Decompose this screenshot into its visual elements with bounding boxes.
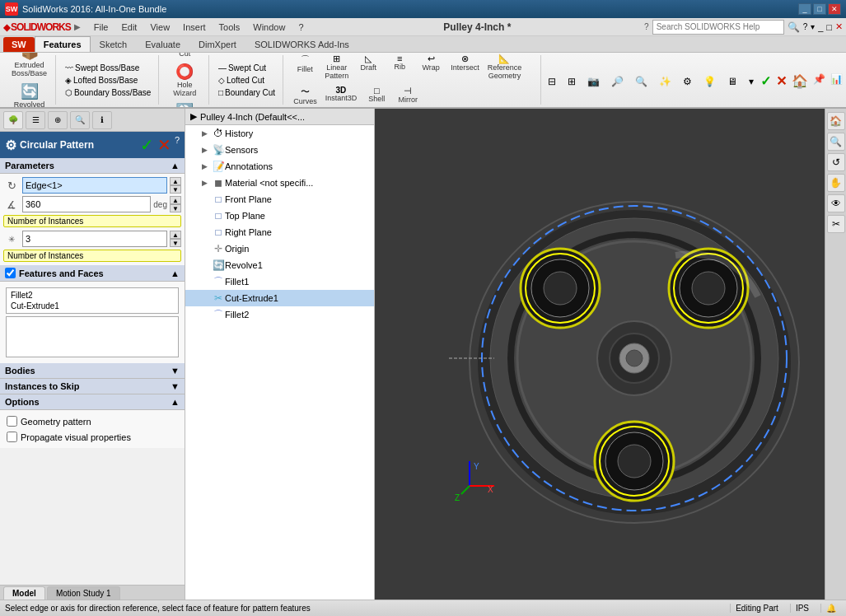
menu-window[interactable]: Window <box>246 21 292 34</box>
win-close-icon[interactable]: ✕ <box>835 21 843 32</box>
cp-help-button[interactable]: ? <box>175 135 180 155</box>
rp-display-icon[interactable]: 👁 <box>827 194 845 212</box>
degree-spin-down[interactable]: ▼ <box>170 204 181 212</box>
tree-item-top-plane[interactable]: □ Top Plane <box>185 208 374 224</box>
rib-button[interactable]: ≡Rib <box>385 53 414 82</box>
rp-pan-icon[interactable]: ✋ <box>827 174 845 192</box>
feat-tab-list[interactable]: ☰ <box>26 111 45 129</box>
revolved-boss-button[interactable]: 🔄 RevolvedBoss/Base <box>8 80 50 109</box>
instances-skip-header[interactable]: Instances to Skip ▼ <box>0 379 185 394</box>
help-icon[interactable]: ? <box>803 22 808 31</box>
fillet-button[interactable]: ⌒Fillet <box>290 53 320 82</box>
lofted-boss-button[interactable]: ◈ Lofted Boss/Base <box>63 75 153 86</box>
tab-solidworks[interactable]: SW <box>3 37 35 52</box>
options-icon[interactable]: ▾ <box>811 22 815 31</box>
degree-input[interactable] <box>22 196 151 212</box>
tab-evaluate[interactable]: Evaluate <box>136 36 189 52</box>
rp-section-icon[interactable]: ✂ <box>827 215 845 233</box>
tab-addins[interactable]: SOLIDWORKS Add-Ins <box>245 36 358 52</box>
x-icon[interactable]: ✕ <box>776 73 787 89</box>
tree-item-right-plane[interactable]: □ Right Plane <box>185 224 374 240</box>
cp-cancel-button[interactable]: ✕ <box>157 135 171 155</box>
menu-help[interactable]: ? <box>292 21 310 34</box>
linear-pattern-button[interactable]: ⊞LinearPattern <box>321 53 352 82</box>
tab-motion-study[interactable]: Motion Study 1 <box>47 586 120 600</box>
notification-icon[interactable]: 🔔 <box>820 604 841 613</box>
feat-tab-search[interactable]: 🔍 <box>70 111 90 129</box>
tree-item-material[interactable]: ▶ ◼ Material <not specifi... <box>185 175 374 191</box>
extruded-boss-button[interactable]: 📦 ExtrudedBoss/Base <box>8 53 50 80</box>
instant3d-button[interactable]: 3DInstant3D <box>322 84 361 108</box>
intersect-button[interactable]: ⊗Intersect <box>447 53 483 82</box>
instances-input[interactable] <box>22 231 167 247</box>
view-btn-9[interactable]: 🖥 <box>722 73 742 90</box>
tree-item-origin[interactable]: ✛ Origin <box>185 240 374 257</box>
tab-model[interactable]: Model <box>3 586 45 600</box>
view-btn-7[interactable]: ⚙ <box>678 73 697 90</box>
win-restore-icon[interactable]: □ <box>826 22 832 32</box>
propagate-visual-checkbox[interactable] <box>7 432 17 442</box>
edge-spin-up[interactable]: ▲ <box>170 177 181 185</box>
minimize-button[interactable]: _ <box>798 3 811 15</box>
viewport[interactable]: Y X Z 🏠 🔍 ↺ ✋ 👁 ✂ <box>375 109 846 600</box>
cp-ok-button[interactable]: ✓ <box>140 135 154 155</box>
boundary-cut-button[interactable]: □ Boundary Cut <box>216 87 278 98</box>
tree-item-cut-extrude1[interactable]: ✂ Cut-Extrude1 <box>185 290 374 306</box>
feature-list-item-cut-extrude1[interactable]: Cut-Extrude1 <box>8 301 176 311</box>
degree-spin-up[interactable]: ▲ <box>170 196 181 204</box>
feat-tab-tree[interactable]: 🌳 <box>3 111 23 129</box>
view-btn-4[interactable]: 🔎 <box>606 73 629 90</box>
revolved-cut-button[interactable]: 🔃 RevolvedCut <box>166 100 203 109</box>
parameters-section-header[interactable]: Parameters ▲ <box>0 158 185 174</box>
menu-file[interactable]: File <box>87 21 115 34</box>
panel-icon-1[interactable]: 🏠 <box>792 73 808 89</box>
menu-view[interactable]: View <box>143 21 176 34</box>
view-btn-6[interactable]: ✨ <box>654 73 676 90</box>
tab-dimxpert[interactable]: DimXpert <box>189 36 245 52</box>
extruded-cut-button[interactable]: ✂ ExtrudedCut <box>166 53 203 60</box>
feature-list-item-fillet2[interactable]: Fillet2 <box>8 290 176 301</box>
options-section-header[interactable]: Options ▲ <box>0 394 185 410</box>
curves-button[interactable]: 〜Curves <box>290 84 320 108</box>
draft-button[interactable]: ◺Draft <box>353 53 383 82</box>
instances-spin-down[interactable]: ▼ <box>170 239 181 247</box>
boundary-boss-button[interactable]: ⬡ Boundary Boss/Base <box>63 87 153 98</box>
geometry-pattern-checkbox[interactable] <box>7 416 17 427</box>
reference-geometry-button[interactable]: 📐ReferenceGeometry <box>484 53 526 82</box>
view-btn-1[interactable]: ⊟ <box>543 73 561 90</box>
menu-insert[interactable]: Insert <box>176 21 213 34</box>
instances-spin-up[interactable]: ▲ <box>170 231 181 239</box>
edge-input[interactable] <box>22 177 167 194</box>
features-faces-header[interactable]: Features and Faces ▲ <box>0 265 185 282</box>
title-bar-controls[interactable]: _ □ ✕ <box>798 3 841 15</box>
swept-boss-button[interactable]: 〰 Swept Boss/Base <box>63 63 153 73</box>
rp-zoom-icon[interactable]: 🔍 <box>827 133 845 151</box>
panel-icon-3[interactable]: 📊 <box>830 73 843 85</box>
close-button[interactable]: ✕ <box>828 3 841 15</box>
feat-tab-info[interactable]: ℹ <box>92 111 112 129</box>
bodies-section-header[interactable]: Bodies ▼ <box>0 363 185 379</box>
tree-item-fillet1[interactable]: ⌒ Fillet1 <box>185 273 374 290</box>
search-input[interactable] <box>652 20 784 35</box>
mirror-button[interactable]: ⊣Mirror <box>393 84 423 108</box>
wrap-button[interactable]: ↩Wrap <box>416 53 446 82</box>
view-btn-3[interactable]: 📷 <box>582 73 605 90</box>
tree-item-annotations[interactable]: ▶ 📝 Annotations <box>185 158 374 175</box>
tree-item-sensors[interactable]: ▶ 📡 Sensors <box>185 142 374 158</box>
view-btn-10[interactable]: ▾ <box>744 73 759 90</box>
rp-rotate-icon[interactable]: ↺ <box>827 153 845 171</box>
maximize-button[interactable]: □ <box>813 3 826 15</box>
tree-item-revolve1[interactable]: 🔄 Revolve1 <box>185 257 374 273</box>
tab-sketch[interactable]: Sketch <box>91 36 137 52</box>
shell-button[interactable]: □Shell <box>362 84 391 108</box>
swept-cut-button[interactable]: — Swept Cut <box>216 63 278 73</box>
win-min-icon[interactable]: _ <box>818 22 823 32</box>
features-faces-checkbox[interactable] <box>5 268 16 278</box>
tree-item-front-plane[interactable]: □ Front Plane <box>185 191 374 208</box>
lofted-cut-button[interactable]: ◇ Lofted Cut <box>216 75 278 86</box>
feat-tab-settings[interactable]: ⊕ <box>48 111 68 129</box>
search-icon[interactable]: 🔍 <box>788 21 800 33</box>
panel-icon-2[interactable]: 📌 <box>813 73 825 85</box>
tree-item-history[interactable]: ▶ ⏱ History <box>185 125 374 142</box>
edge-spin-down[interactable]: ▼ <box>170 185 181 194</box>
